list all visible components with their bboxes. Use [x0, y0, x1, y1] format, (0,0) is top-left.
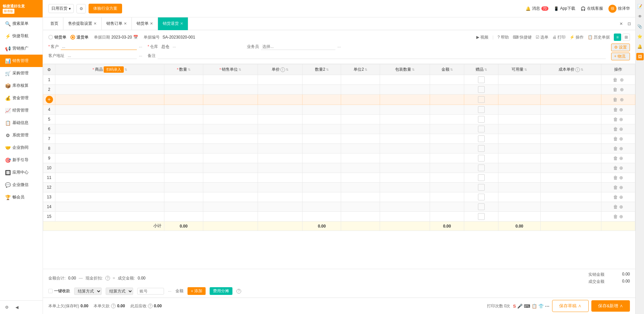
topbar-gear-btn[interactable]: ⚙ — [76, 4, 86, 13]
gift-checkbox[interactable] — [478, 165, 485, 171]
gift-checkbox[interactable] — [478, 194, 485, 200]
gift-checkbox[interactable] — [478, 106, 485, 113]
toolbar-select[interactable]: ☑ 选单 — [536, 35, 548, 40]
row-price-3[interactable] — [258, 95, 303, 105]
account-dotdot[interactable]: ··· — [168, 289, 171, 294]
tab-sale-price-settings[interactable]: 售价提取设置 ✕ — [63, 17, 102, 30]
row-avail-1[interactable] — [498, 75, 540, 85]
delete-btn[interactable]: 🗑 — [612, 203, 619, 210]
gift-checkbox[interactable] — [478, 116, 485, 123]
add-payment-btn[interactable]: + 添加 — [187, 287, 206, 295]
salesman-input[interactable] — [261, 44, 335, 50]
sidebar-item-basic[interactable]: 📋 基础信息 — [0, 117, 43, 129]
row-unit-2[interactable] — [203, 85, 258, 95]
toolbar-print[interactable]: 🖨 打印 — [552, 35, 566, 40]
row-cost-3[interactable] — [540, 95, 601, 105]
row-unit-3[interactable] — [203, 95, 258, 105]
salesman-more-icon[interactable]: ··· — [337, 45, 341, 49]
copy-btn[interactable]: ⊕ — [619, 203, 624, 210]
delete-btn[interactable]: 🗑 — [612, 145, 619, 152]
online-service-btn[interactable]: 🎧 在线客服 — [581, 6, 603, 11]
copy-btn[interactable]: ⊕ — [619, 155, 624, 162]
sort-avail-icon[interactable]: ⇅ — [524, 68, 527, 71]
tab-close-delivery[interactable]: ✕ — [150, 21, 153, 26]
delete-btn[interactable]: 🗑 — [612, 184, 619, 191]
copy-btn[interactable]: ⊕ — [619, 145, 624, 152]
im-shirt-icon[interactable]: 👕 — [538, 304, 544, 309]
toolbar-help[interactable]: ? 帮助 — [497, 35, 509, 40]
cost-split-btn[interactable]: 费用分摊 — [210, 287, 232, 295]
copy-row-btn-1[interactable]: ⊕ — [619, 76, 625, 83]
right-panel-star-btn[interactable]: ⭐ — [636, 33, 644, 40]
copy-btn[interactable]: ⊕ — [619, 126, 624, 132]
row-qty2-1[interactable] — [303, 75, 341, 85]
sidebar-item-inventory[interactable]: 📦 库存核算 — [0, 79, 43, 92]
sidebar-item-wechat[interactable]: 💬 企业微信 — [0, 179, 43, 191]
settings-btn[interactable]: ⚙ 设置 — [611, 44, 630, 51]
row-amount-3[interactable] — [430, 95, 464, 105]
view-grid-btn[interactable]: ⊞ — [623, 34, 630, 41]
tab-close-sale-price[interactable]: ✕ — [94, 21, 97, 26]
product-input-3[interactable] — [57, 97, 162, 102]
logistics-btn[interactable]: + 物流 — [611, 53, 630, 60]
experience-btn[interactable]: 体验行业方案 — [89, 4, 122, 13]
row-qty2-2[interactable] — [303, 85, 341, 95]
view-list-btn[interactable]: ≡ — [614, 34, 621, 41]
row-price-1[interactable] — [258, 75, 303, 85]
row-qty2-3[interactable] — [303, 95, 341, 105]
row-unit2-3[interactable] — [341, 95, 380, 105]
add-row-btn[interactable]: + — [46, 96, 53, 103]
tab-close-return[interactable]: ✕ — [180, 21, 183, 26]
radio-delivery[interactable]: 销货单 — [48, 35, 66, 40]
toolbar-history[interactable]: 📋 历史单据 — [588, 35, 610, 40]
calendar-icon[interactable]: 📅 — [133, 35, 138, 40]
row-unit2-2[interactable] — [341, 85, 380, 95]
sort-unit-icon[interactable]: ⇅ — [238, 68, 241, 71]
gift-checkbox-1[interactable] — [478, 76, 485, 83]
row-packqty-1[interactable] — [380, 75, 430, 85]
row-gift-3[interactable] — [464, 95, 498, 105]
sidebar-item-purchase[interactable]: 🛒 采购管理 — [0, 67, 43, 79]
copy-btn[interactable]: ⊕ — [619, 106, 624, 113]
im-clipboard-icon[interactable]: 📋 — [532, 304, 537, 309]
im-keyboard-icon[interactable]: ⌨ — [524, 304, 530, 309]
right-panel-bell-btn[interactable]: 🔔 — [636, 43, 644, 50]
user-profile-btn[interactable]: 徐 徐泽华 — [608, 5, 630, 13]
industry-select[interactable]: 日用百货 ▾ — [48, 4, 74, 13]
toolbar-operations[interactable]: ⚡ 操作 — [570, 35, 584, 40]
sidebar-item-apps[interactable]: 🔲 应用中心 — [0, 166, 43, 179]
gift-checkbox-2[interactable] — [478, 86, 485, 93]
sidebar-item-sales[interactable]: 📊 销售管理 — [0, 55, 43, 67]
address-more-icon[interactable]: ··· — [139, 54, 142, 58]
copy-row-btn-3[interactable]: ⊕ — [619, 96, 625, 103]
row-unit2-1[interactable] — [341, 75, 380, 85]
row-unit-1[interactable] — [203, 75, 258, 85]
row-cost-1[interactable] — [540, 75, 601, 85]
split-info-icon[interactable]: ? — [236, 289, 241, 294]
delete-btn[interactable]: 🗑 — [612, 116, 619, 123]
gift-checkbox[interactable] — [478, 126, 485, 132]
row-cost-2[interactable] — [540, 85, 601, 95]
delete-row-btn-1[interactable]: 🗑 — [612, 76, 618, 83]
sort-qty2-icon[interactable]: ⇅ — [326, 68, 329, 71]
row-product-2[interactable] — [55, 85, 164, 95]
row-avail-3[interactable] — [498, 95, 540, 105]
sort-gift-icon[interactable]: ⇅ — [484, 68, 487, 71]
gift-checkbox[interactable] — [478, 135, 485, 142]
copy-row-btn-2[interactable]: ⊕ — [619, 86, 625, 93]
row-packqty-3[interactable] — [380, 95, 430, 105]
row-amount-2[interactable] — [430, 85, 464, 95]
remark-input[interactable] — [158, 53, 606, 59]
toolbar-shortcut[interactable]: ⌨ 快捷键 — [513, 35, 532, 40]
copy-btn[interactable]: ⊕ — [619, 116, 624, 123]
app-download-btn[interactable]: 📱 App下载 — [554, 6, 575, 11]
gift-checkbox[interactable] — [478, 174, 485, 181]
tab-close-window[interactable]: ✕ — [618, 20, 625, 27]
add-row-btn-cell[interactable]: + — [43, 95, 55, 105]
delete-btn[interactable]: 🗑 — [612, 213, 619, 220]
sidebar-item-finance[interactable]: 💰 资金管理 — [0, 92, 43, 104]
copy-btn[interactable]: ⊕ — [619, 135, 624, 142]
delete-btn[interactable]: 🗑 — [612, 126, 619, 132]
im-mic-icon[interactable]: 🎤 — [517, 304, 523, 309]
copy-btn[interactable]: ⊕ — [619, 194, 624, 200]
